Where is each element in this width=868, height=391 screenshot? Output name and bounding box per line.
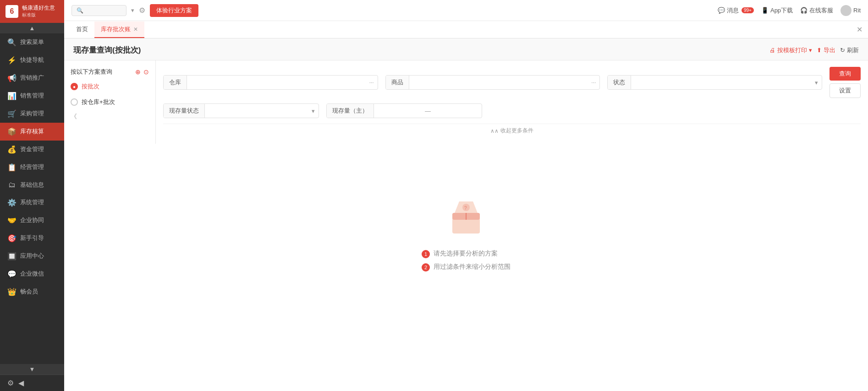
query-btn[interactable]: 查询 xyxy=(830,67,861,81)
sidebar-item-enterprise[interactable]: 🤝 企业协同 xyxy=(0,212,64,229)
app-logo: 6 xyxy=(5,5,18,18)
tab-batch-account[interactable]: 库存批次账 ✕ xyxy=(94,22,144,38)
sidebar-item-label: 营销推广 xyxy=(20,74,44,82)
stock-status-dropdown[interactable]: ▾ xyxy=(308,108,319,114)
scheme-settings-icon[interactable]: ⊙ xyxy=(143,68,149,76)
search-icon: 🔍 xyxy=(77,7,83,14)
sidebar-item-sales[interactable]: 📊 销售管理 xyxy=(0,87,64,105)
stock-status-input[interactable] xyxy=(205,108,308,114)
system-icon: ⚙️ xyxy=(7,198,16,207)
sidebar-item-inventory[interactable]: 📦 库存核算 xyxy=(0,123,64,141)
sidebar-item-marketing[interactable]: 📢 营销推广 xyxy=(0,69,64,87)
messages-badge: 99+ xyxy=(742,7,754,13)
search-icon: 🔍 xyxy=(7,38,16,47)
tab-home[interactable]: 首页 xyxy=(70,22,94,38)
sidebar-item-member[interactable]: 👑 畅会员 xyxy=(0,283,64,301)
action-btns: 查询 设置 xyxy=(830,67,861,98)
experience-btn[interactable]: 体验行业方案 xyxy=(150,4,198,17)
sidebar-item-operations[interactable]: 📋 经营管理 xyxy=(0,158,64,176)
wechat-icon: 💬 xyxy=(7,270,16,278)
sidebar-scroll-down[interactable]: ▼ xyxy=(0,364,64,375)
tab-close-icon[interactable]: ✕ xyxy=(133,26,138,33)
filter-status: 状态 ▾ xyxy=(607,75,822,90)
sidebar-item-finance[interactable]: 💰 资金管理 xyxy=(0,141,64,158)
refresh-btn[interactable]: ↻ 刷新 xyxy=(840,46,859,54)
print-btn[interactable]: 🖨 按模板打印 ▾ xyxy=(769,46,812,54)
settings-btn[interactable]: 设置 xyxy=(830,83,861,98)
newbie-icon: 🎯 xyxy=(7,234,16,243)
product-more-icon[interactable]: ··· xyxy=(588,79,599,86)
user-avatar[interactable]: Rit xyxy=(841,5,861,16)
scheme-title: 按以下方案查询 xyxy=(71,68,112,76)
apps-icon: 🔲 xyxy=(7,252,16,261)
page-container: 现存量查询(按批次) 🖨 按模板打印 ▾ ⬆ 导出 ↻ 刷新 xyxy=(64,38,868,391)
empty-svg: ? xyxy=(443,195,489,240)
status-dropdown-icon[interactable]: ▾ xyxy=(811,79,822,86)
sidebar-item-apps[interactable]: 🔲 应用中心 xyxy=(0,247,64,265)
close-panel-btn[interactable]: ✕ xyxy=(857,25,863,34)
online-service-label: 在线客服 xyxy=(809,6,833,15)
status-input[interactable] xyxy=(631,79,811,86)
warehouse-more-icon[interactable]: ··· xyxy=(366,79,378,86)
scheme-item-warehouse-batch[interactable]: 按仓库+批次 xyxy=(64,94,155,110)
sidebar-item-system[interactable]: ⚙️ 系统管理 xyxy=(0,194,64,212)
warehouse-input[interactable] xyxy=(187,79,366,86)
tab-bar: 首页 库存批次账 ✕ ✕ xyxy=(64,21,868,38)
warehouse-label: 仓库 xyxy=(164,76,187,89)
filter-stock-qty: 现存量（主） — xyxy=(326,103,482,118)
sidebar: 6 畅康通好生意 标准版 ▲ 🔍 搜索菜单 ⚡ 快捷导航 📢 营销推广 📊 销售… xyxy=(0,0,64,391)
app-download-btn[interactable]: 📱 App下载 xyxy=(761,6,793,15)
stock-qty-to[interactable] xyxy=(433,108,477,114)
sidebar-item-search[interactable]: 🔍 搜索菜单 xyxy=(0,33,64,51)
dropdown-arrow-icon[interactable]: ▾ xyxy=(131,7,134,14)
scheme-collapse-btn[interactable]: 《 xyxy=(64,110,155,124)
export-icon: ⬆ xyxy=(817,47,822,54)
sidebar-item-label: 基础信息 xyxy=(20,181,44,189)
page-content: 现存量查询(按批次) 🖨 按模板打印 ▾ ⬆ 导出 ↻ 刷新 xyxy=(64,38,868,391)
topbar-right: 💬 消息 99+ 📱 App下载 🎧 在线客服 Rit xyxy=(718,5,861,16)
sidebar-item-basics[interactable]: 🗂 基础信息 xyxy=(0,176,64,194)
user-label: Rit xyxy=(853,7,861,14)
status-label: 状态 xyxy=(608,76,631,89)
member-icon: 👑 xyxy=(7,288,16,296)
collapse-label: 收起更多条件 xyxy=(500,127,533,135)
inventory-icon: 📦 xyxy=(7,127,16,136)
sidebar-item-label: 畅会员 xyxy=(20,288,38,296)
sidebar-scroll-up[interactable]: ▲ xyxy=(0,23,64,33)
messages-btn[interactable]: 💬 消息 99+ xyxy=(718,6,754,15)
page-title: 现存量查询(按批次) xyxy=(73,45,141,55)
sidebar-header: 6 畅康通好生意 标准版 xyxy=(0,0,64,23)
refresh-label: 刷新 xyxy=(847,46,859,54)
scheme-dot-warehouse xyxy=(71,98,78,106)
sidebar-item-newbie[interactable]: 🎯 新手引导 xyxy=(0,229,64,247)
sidebar-item-label: 应用中心 xyxy=(20,252,44,260)
avatar-icon xyxy=(841,5,852,16)
headset-icon: 🎧 xyxy=(800,7,808,14)
print-icon: 🖨 xyxy=(769,47,775,54)
filters-area: 仓库 ··· 商品 ··· 状态 xyxy=(156,60,868,144)
scheme-add-icon[interactable]: ⊕ xyxy=(135,68,141,76)
sidebar-item-quicknav[interactable]: ⚡ 快捷导航 xyxy=(0,51,64,69)
sidebar-item-purchase[interactable]: 🛒 采购管理 xyxy=(0,105,64,123)
scheme-label-batch: 按批次 xyxy=(82,82,99,91)
settings-gear-icon[interactable]: ⚙ xyxy=(139,6,145,15)
export-btn[interactable]: ⬆ 导出 xyxy=(817,46,835,54)
filters-wrapper: 仓库 ··· 商品 ··· 状态 xyxy=(156,60,868,144)
settings-icon[interactable]: ⚙ xyxy=(7,379,14,387)
collapse-bar[interactable]: ∧∧ 收起更多条件 xyxy=(163,124,861,137)
stock-qty-from[interactable] xyxy=(379,108,423,114)
collapse-sidebar-icon[interactable]: ◀ xyxy=(18,379,24,387)
online-service-btn[interactable]: 🎧 在线客服 xyxy=(800,6,833,15)
sidebar-bottom: ⚙ ◀ xyxy=(0,375,64,391)
scheme-item-batch[interactable]: ● 按批次 xyxy=(64,79,155,94)
global-search[interactable]: 🔍 xyxy=(71,5,126,16)
range-separator: — xyxy=(425,108,431,114)
empty-step-2: 2 用过滤条件来缩小分析范围 xyxy=(422,263,511,272)
product-input[interactable] xyxy=(409,79,588,86)
sidebar-item-wechat[interactable]: 💬 企业微信 xyxy=(0,265,64,283)
app-download-label: App下载 xyxy=(770,6,793,15)
filter-row-1: 仓库 ··· 商品 ··· 状态 xyxy=(163,67,861,98)
sidebar-item-label: 销售管理 xyxy=(20,92,44,100)
refresh-icon: ↻ xyxy=(840,47,845,54)
export-label: 导出 xyxy=(824,46,835,54)
